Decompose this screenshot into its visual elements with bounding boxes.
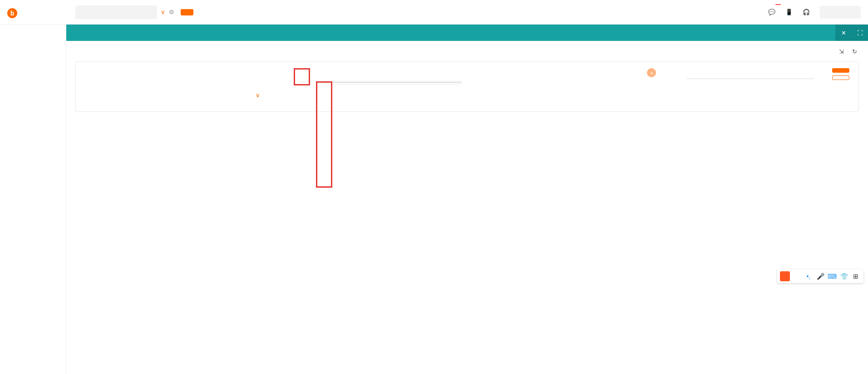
ime-lang-icon[interactable] <box>792 271 802 281</box>
user-menu[interactable] <box>820 6 861 19</box>
message-icon: 💬 <box>768 9 775 15</box>
app-logo: b <box>7 8 66 18</box>
collapse-filters-button[interactable]: ∧ <box>647 68 656 77</box>
ime-keyboard-icon[interactable]: ⌨ <box>827 271 837 281</box>
trial-button[interactable] <box>181 9 193 15</box>
export-button[interactable]: ⇲ <box>839 48 846 55</box>
ime-toolbox-icon[interactable]: ⊞ <box>851 271 861 281</box>
gear-icon[interactable]: ⚙ <box>169 9 174 15</box>
support-link[interactable]: 🎧 <box>803 9 812 15</box>
ime-logo-icon[interactable] <box>780 271 790 281</box>
headset-icon: 🎧 <box>803 9 810 15</box>
refresh-icon: ↻ <box>852 48 857 55</box>
settings-button[interactable] <box>832 75 849 80</box>
account-type-input[interactable] <box>301 71 306 82</box>
ime-toolbar: •, 🎤 ⌨ 👕 ⊞ <box>777 269 863 283</box>
phone-icon: 📱 <box>785 9 793 15</box>
refresh-button[interactable]: ↻ <box>852 48 859 55</box>
logo-icon: b <box>7 8 17 18</box>
ime-mic-icon[interactable]: 🎤 <box>815 271 825 281</box>
chevron-down-icon[interactable]: ∨ <box>161 9 165 15</box>
app-download-link[interactable]: 📱 <box>785 9 794 15</box>
ime-punct-icon[interactable]: •, <box>804 271 814 281</box>
export-icon: ⇲ <box>839 48 844 55</box>
messages-link[interactable]: 💬 <box>768 9 777 15</box>
date-filter-label <box>85 68 112 70</box>
account-input[interactable] <box>687 68 814 79</box>
dept-select[interactable]: ∨ <box>117 90 262 100</box>
ime-skin-icon[interactable]: 👕 <box>839 271 849 281</box>
query-button[interactable] <box>832 68 849 73</box>
dept-filter-label <box>85 95 112 96</box>
expand-button[interactable]: ⛶ <box>852 25 868 41</box>
org-selector[interactable] <box>75 5 157 19</box>
messages-badge <box>775 4 781 5</box>
account-type-dropdown <box>321 82 462 83</box>
close-tab-button[interactable]: ✕ <box>835 25 852 41</box>
